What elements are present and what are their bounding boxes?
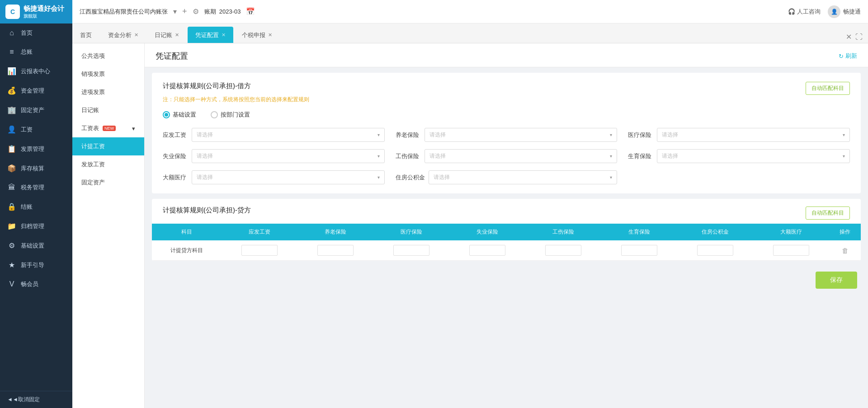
chevron-shengyu-icon: ▾ [843,154,845,159]
tabs-bar: 首页 资金分析 ✕ 日记账 ✕ 凭证配置 ✕ 个税申报 ✕ ✕ ⛶ [72,23,868,43]
sub-item-pay-salary[interactable]: 发放工资 [72,155,144,174]
input-shengyu[interactable] [621,245,657,256]
form-item-yingfa: 应发工资 请选择 ▾ [163,128,385,142]
cell-gongshang[interactable] [525,240,601,261]
tab-home[interactable]: 首页 [72,27,99,43]
sidebar-item-assets[interactable]: 🏢 固定资产 [0,100,72,120]
sub-item-common[interactable]: 公共选项 [72,47,144,65]
select-yingfa[interactable]: 请选择 ▾ [192,128,385,142]
cell-yiliao[interactable] [373,240,449,261]
chevron-yiliao-icon: ▾ [843,132,845,137]
delete-row-icon[interactable]: 🗑 [842,247,849,254]
calendar-icon[interactable]: 📅 [246,7,255,16]
select-yiliao[interactable]: 请选择 ▾ [657,128,850,142]
page-header: 凭证配置 ↻ 刷新 [145,43,868,67]
sidebar-item-capital[interactable]: 💰 资金管理 [0,81,72,100]
tab-journal[interactable]: 日记账 ✕ [147,27,187,43]
input-zhufang[interactable] [697,245,733,256]
chevron-gongshang-icon: ▾ [610,154,612,159]
input-yiliao[interactable] [393,245,429,256]
guide-icon: ★ [7,261,16,269]
tab-capital-close[interactable]: ✕ [134,32,138,38]
tab-voucher-config[interactable]: 凭证配置 ✕ [188,27,233,43]
sidebar-item-guide[interactable]: ★ 新手引导 [0,255,72,275]
input-yingfa[interactable] [241,245,278,256]
tab-tax[interactable]: 个税申报 ✕ [234,27,280,43]
sidebar-nav: ⌂ 首页 ≡ 总账 📊 云报表中心 💰 资金管理 🏢 固定资产 👤 工资 📋 发… [0,23,72,391]
cell-action[interactable]: 🗑 [829,240,861,261]
unpin-button[interactable]: ◄◄取消固定 [0,391,72,408]
reports-icon: 📊 [7,67,16,75]
sidebar-item-close[interactable]: 🔒 结账 [0,197,72,216]
cell-yanglao[interactable] [297,240,373,261]
sidebar-item-home[interactable]: ⌂ 首页 [0,23,72,42]
select-yiliao-placeholder: 请选择 [662,131,678,139]
radio-group: 基础设置 按部门设置 [163,111,850,119]
label-shiye: 失业保险 [163,152,188,160]
tab-journal-close[interactable]: ✕ [175,32,179,38]
tab-tax-close[interactable]: ✕ [268,32,272,38]
cell-daeliao[interactable] [753,240,829,261]
tab-tax-label: 个税申报 [242,31,265,39]
cell-yingfa[interactable] [222,240,297,261]
sub-item-calc-salary[interactable]: 计提工资 [72,137,144,155]
close-tab-icon[interactable]: ✕ [846,33,852,41]
cell-shiye[interactable] [449,240,525,261]
select-shiye[interactable]: 请选择 ▾ [192,149,385,163]
sub-item-sales-invoice-label: 销项发票 [81,70,105,77]
select-yanglao[interactable]: 请选择 ▾ [425,128,618,142]
table-header-row: 科目 应发工资 养老保险 医疗保险 失业保险 工伤保险 生育保险 住房公积金 大… [152,224,861,240]
user-name: 畅捷通 [843,8,861,16]
sidebar-item-salary[interactable]: 👤 工资 [0,120,72,139]
debit-auto-match-button[interactable]: 自动匹配科目 [806,82,850,95]
th-shengyu: 生育保险 [601,224,677,240]
cell-zhufang[interactable] [677,240,753,261]
select-yanglao-placeholder: 请选择 [429,131,446,139]
save-button[interactable]: 保存 [816,272,857,289]
sub-sidebar: 公共选项 销项发票 进项发票 日记账 工资表 NEW ▾ 计提工资 [72,43,145,408]
input-gongshang[interactable] [545,245,581,256]
select-shengyu[interactable]: 请选择 ▾ [657,149,850,163]
sidebar-item-archive[interactable]: 📁 归档管理 [0,216,72,236]
credit-auto-match-button[interactable]: 自动匹配科目 [806,206,850,220]
input-daeliao[interactable] [773,245,809,256]
sub-item-purchase-invoice[interactable]: 进项发票 [72,83,144,101]
tab-journal-label: 日记账 [155,31,172,39]
select-daeliao[interactable]: 请选择 ▾ [192,170,385,184]
radio-basic-label: 基础设置 [173,111,196,119]
label-daeliao: 大额医疗 [163,174,188,182]
sub-item-fixed-assets[interactable]: 固定资产 [72,174,144,192]
radio-dept-label: 按部门设置 [221,111,250,119]
service-button[interactable]: 🎧 人工咨询 [788,8,821,16]
select-gongshang[interactable]: 请选择 ▾ [425,149,618,163]
input-yanglao[interactable] [317,245,354,256]
sidebar-item-invoice[interactable]: 📋 发票管理 [0,139,72,159]
sub-item-salary-table[interactable]: 工资表 NEW ▾ [72,119,144,137]
sub-item-sales-invoice[interactable]: 销项发票 [72,65,144,83]
radio-basic[interactable]: 基础设置 [163,111,196,119]
refresh-button[interactable]: ↻ 刷新 [839,52,857,60]
tab-voucher-config-close[interactable]: ✕ [222,32,226,38]
form-item-shengyu: 生育保险 请选择 ▾ [628,149,850,163]
sub-item-journal[interactable]: 日记账 [72,101,144,119]
sidebar-item-reports[interactable]: 📊 云报表中心 [0,61,72,81]
th-gongshang: 工伤保险 [525,224,601,240]
sidebar-item-ledger[interactable]: ≡ 总账 [0,42,72,61]
user-button[interactable]: 👤 畅捷通 [828,5,861,18]
sidebar-item-member[interactable]: V 畅会员 [0,275,72,294]
sidebar-item-tax[interactable]: 🏛 税务管理 [0,178,72,197]
sidebar-item-settings[interactable]: ⚙ 基础设置 [0,236,72,255]
settings-icon[interactable]: ⚙ [193,7,199,16]
th-subject: 科目 [152,224,222,240]
sidebar-item-label: 基础设置 [21,242,44,250]
select-zhufang[interactable]: 请选择 ▾ [429,170,618,184]
add-icon[interactable]: + [182,7,187,16]
input-shiye[interactable] [469,245,505,256]
tab-capital[interactable]: 资金分析 ✕ [100,27,146,43]
cell-shengyu[interactable] [601,240,677,261]
expand-icon[interactable]: ⛶ [855,33,863,41]
dropdown-icon[interactable]: ▾ [173,7,177,16]
label-yiliao: 医疗保险 [628,131,653,139]
radio-dept[interactable]: 按部门设置 [211,111,250,119]
sidebar-item-inventory[interactable]: 📦 库存核算 [0,159,72,178]
